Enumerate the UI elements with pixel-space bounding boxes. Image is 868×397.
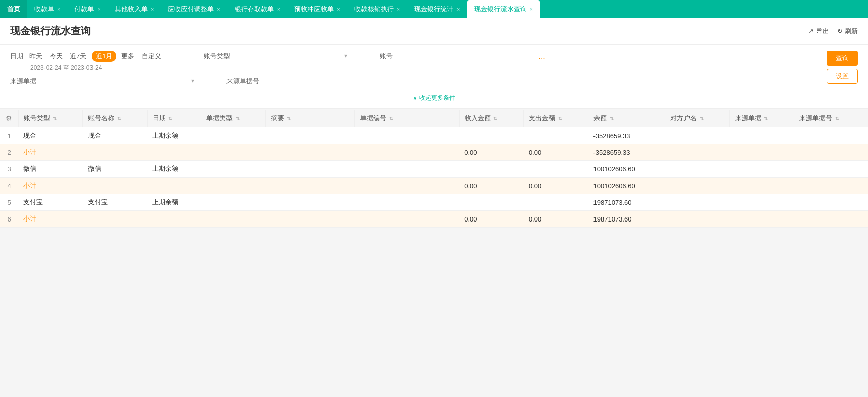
table-cell [201, 127, 265, 144]
nav-tab-yingshouyingfu[interactable]: 应收应付调整单 × [161, 0, 227, 18]
table-cell [524, 161, 588, 178]
source-doc-no-label: 来源单据号 [226, 77, 259, 86]
nav-tab-yushou[interactable]: 预收冲应收单 × [287, 0, 347, 18]
nav-tab-xianjintongji[interactable]: 现金银行统计 × [407, 0, 467, 18]
close-icon[interactable]: × [57, 0, 60, 18]
close-icon[interactable]: × [217, 0, 220, 18]
th-counter-party[interactable]: 对方户名 ⇅ [665, 110, 730, 127]
table-cell: 小计 [18, 144, 83, 161]
close-icon[interactable]: × [456, 0, 460, 18]
th-doc-no[interactable]: 单据编号 ⇅ [355, 110, 459, 127]
table-cell: 4 [0, 178, 18, 194]
filter-row-1: 日期 昨天 今天 近7天 近1月 更多 自定义 账号类型 ▾ [10, 51, 816, 62]
close-icon[interactable]: × [337, 0, 340, 18]
table-cell [265, 194, 355, 211]
table-cell [665, 127, 730, 144]
refresh-button[interactable]: ↻ 刷新 [837, 27, 858, 36]
nav-tab-liushuichaxun[interactable]: 现金银行流水查询 × [467, 0, 540, 18]
table-cell [794, 211, 868, 228]
th-account-name[interactable]: 账号名称 ⇅ [83, 110, 148, 127]
th-account-type[interactable]: 账号类型 ⇅ [18, 110, 83, 127]
table-cell [794, 161, 868, 178]
nav-tab-shoukuanhexiao[interactable]: 收款核销执行 × [347, 0, 407, 18]
more-options-button[interactable]: ... [538, 52, 545, 61]
th-income[interactable]: 收入金额 ⇅ [459, 110, 524, 127]
table-cell: 0.00 [524, 211, 588, 228]
table-cell: 0.00 [524, 144, 588, 161]
th-summary[interactable]: 摘要 ⇅ [265, 110, 355, 127]
table-cell [665, 194, 730, 211]
sort-icon: ⇅ [764, 116, 768, 121]
table-cell: 100102606.60 [588, 178, 665, 194]
date-opt-yesterday[interactable]: 昨天 [27, 51, 44, 62]
close-icon[interactable]: × [151, 0, 154, 18]
close-icon[interactable]: × [397, 0, 400, 18]
table-cell: 19871073.60 [588, 211, 665, 228]
th-doc-type[interactable]: 单据类型 ⇅ [201, 110, 265, 127]
chevron-up-icon: ∧ [413, 95, 417, 102]
date-opt-today[interactable]: 今天 [48, 51, 65, 62]
date-opt-custom[interactable]: 自定义 [140, 51, 163, 62]
settings-button[interactable]: 设置 [827, 69, 858, 84]
table-cell [265, 161, 355, 178]
nav-home[interactable]: 首页 [0, 0, 27, 18]
sort-icon: ⇅ [53, 116, 57, 121]
nav-tab-yinhangcunqu[interactable]: 银行存取款单 × [227, 0, 287, 18]
table-cell: 微信 [18, 161, 83, 178]
table-cell [355, 127, 459, 144]
table-cell: -3528659.33 [588, 127, 665, 144]
table-cell [729, 144, 794, 161]
table-cell [665, 144, 730, 161]
table-cell [729, 161, 794, 178]
nav-tab-qitashouru[interactable]: 其他收入单 × [108, 0, 161, 18]
sort-icon: ⇅ [493, 116, 497, 121]
table-cell: 微信 [83, 161, 148, 178]
table-cell: 6 [0, 211, 18, 228]
sort-icon: ⇅ [117, 116, 121, 121]
th-source-doc-no[interactable]: 来源单据号 ⇅ [794, 110, 868, 127]
table-cell [729, 211, 794, 228]
table-cell [147, 144, 201, 161]
table-cell [729, 127, 794, 144]
table-row: 6小计0.000.0019871073.60 [0, 211, 868, 228]
sort-icon: ⇅ [287, 116, 291, 121]
chevron-down-icon: ▾ [344, 52, 347, 59]
account-input[interactable] [401, 51, 532, 61]
date-opt-more[interactable]: 更多 [119, 51, 136, 62]
table-cell [729, 178, 794, 194]
filter-left: 日期 昨天 今天 近7天 近1月 更多 自定义 账号类型 ▾ [10, 51, 816, 92]
page-title: 现金银行流水查询 [10, 24, 91, 38]
export-button[interactable]: ↗ 导出 [808, 27, 829, 36]
th-gear[interactable]: ⚙ [0, 110, 18, 127]
account-type-field: 账号类型 ▾ [204, 51, 349, 61]
source-doc-input[interactable] [44, 76, 196, 86]
query-button[interactable]: 查询 [827, 51, 858, 66]
close-icon[interactable]: × [530, 0, 533, 18]
table-row: 2小计0.000.00-3528659.33 [0, 144, 868, 161]
close-icon[interactable]: × [277, 0, 280, 18]
table-cell [201, 161, 265, 178]
th-expense[interactable]: 支出金额 ⇅ [524, 110, 588, 127]
th-balance[interactable]: 余额 ⇅ [588, 110, 665, 127]
table-cell: 5 [0, 194, 18, 211]
table-cell: 0.00 [459, 211, 524, 228]
th-date[interactable]: 日期 ⇅ [147, 110, 201, 127]
table-cell: 上期余额 [147, 194, 201, 211]
table-cell [794, 144, 868, 161]
nav-tab-shoukuandan[interactable]: 收款单 × [27, 0, 67, 18]
date-options: 昨天 今天 近7天 近1月 更多 自定义 [27, 51, 163, 62]
table-cell [201, 144, 265, 161]
th-source-doc[interactable]: 来源单据 ⇅ [729, 110, 794, 127]
date-opt-1month[interactable]: 近1月 [92, 51, 116, 62]
source-doc-no-input[interactable] [267, 76, 419, 86]
table-cell [665, 161, 730, 178]
filter-row-2: 来源单据 ▾ 来源单据号 [10, 76, 816, 86]
table-cell: 0.00 [459, 178, 524, 194]
table-cell [355, 161, 459, 178]
date-opt-7days[interactable]: 近7天 [68, 51, 88, 62]
close-icon[interactable]: × [97, 0, 100, 18]
table-cell: 100102606.60 [588, 161, 665, 178]
nav-tab-fukuandan[interactable]: 付款单 × [67, 0, 107, 18]
collapse-bar[interactable]: ∧ 收起更多条件 [10, 92, 858, 104]
account-type-input[interactable] [238, 51, 349, 61]
